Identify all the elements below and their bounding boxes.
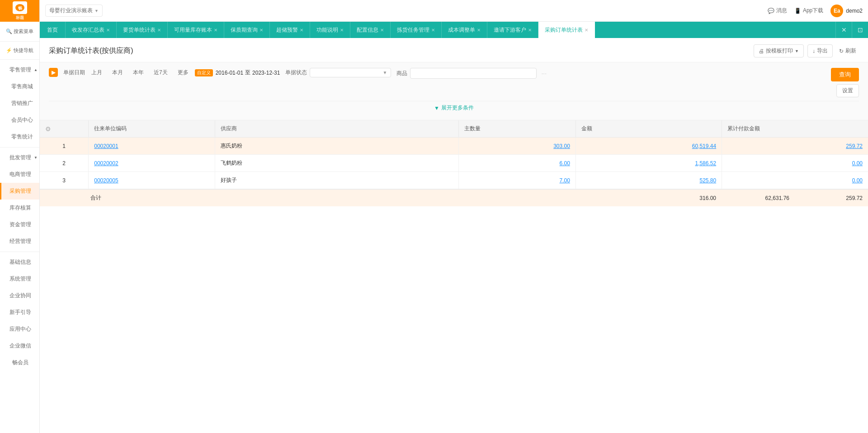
shortcut-last-month[interactable]: 上月 [88,68,106,77]
tab-cost[interactable]: 成本调整单 ✕ [442,22,487,38]
cell-amount[interactable]: 1,586.52 [576,155,722,172]
gear-icon[interactable]: ⚙ [45,125,51,133]
export-button[interactable]: ↓ 导出 [807,44,833,57]
col-header-code: 往来单位编码 [89,120,215,138]
sidebar-item-wholesale[interactable]: 批发管理 ▼ [0,149,39,166]
tab-close-icon[interactable]: ✕ [157,28,161,33]
expand-icon: ▼ [434,105,439,111]
tab-receive[interactable]: 收发存汇总表 ✕ [66,22,117,38]
tab-picking[interactable]: 拣货任务管理 ✕ [391,22,442,38]
sidebar-item-basic[interactable]: 基础信息 [0,254,39,271]
cell-qty[interactable]: 303.00 [459,138,576,155]
tab-close-icon[interactable]: ✕ [380,28,384,33]
tab-close-icon[interactable]: ✕ [528,28,532,33]
shortcut-this-month[interactable]: 本月 [108,68,127,77]
sidebar-item-ops[interactable]: 经营管理 [0,233,39,250]
cell-code[interactable]: 00020002 [89,155,215,172]
tab-close-icon[interactable]: ✕ [300,28,303,33]
footer-label: 合计 [90,194,171,202]
main-area: 母婴行业演示账表 ▼ 💬 消息 📱 App下载 Ea demo2 首页 [40,0,868,433]
filter-main-row: ▶ 单据日期 上月 本月 本年 近7天 更多 自定义 2016-01-01 至 [49,68,859,97]
sidebar-item-retail[interactable]: 零售管理 ▲ [0,62,39,78]
status-select[interactable]: ▼ [310,68,391,77]
tab-home[interactable]: 首页 [40,22,66,38]
tab-maximize-button[interactable]: ⊡ [852,22,868,38]
topbar: 母婴行业演示账表 ▼ 💬 消息 📱 App下载 Ea demo2 [40,0,868,22]
sidebar-item-enterprise[interactable]: 企业协同 [0,287,39,304]
sidebar-item-marketing[interactable]: 营销推广 [0,95,39,112]
cell-qty[interactable]: 6.00 [459,155,576,172]
date-separator: 至 [245,69,250,76]
cell-code[interactable]: 00020005 [89,172,215,189]
sidebar-item-newbie[interactable]: 新手引导 [0,304,39,321]
print-icon: 🖨 [759,48,764,54]
sidebar-item-member[interactable]: 会员中心 [0,112,39,128]
query-button[interactable]: 查询 [831,68,859,81]
status-label: 单据状态 [285,69,307,76]
print-button[interactable]: 🖨 按模板打印 ▼ [754,44,804,57]
tab-expiry[interactable]: 保质期查询 ✕ [224,22,270,38]
app-download-button[interactable]: 📱 App下载 [794,7,823,14]
workspace-dropdown[interactable]: 母婴行业演示账表 ▼ [45,5,103,17]
phone-icon: 📱 [794,8,801,14]
sidebar-item-ecommerce[interactable]: 电商管理 [0,166,39,183]
tab-invite[interactable]: 邀请下游客户 ✕ [487,22,538,38]
goods-input[interactable] [410,68,537,79]
goods-label: 商品 [396,70,407,77]
cell-code[interactable]: 00020001 [89,138,215,155]
sidebar-item-purchase[interactable]: 采购管理 [0,183,39,200]
tab-close-icon[interactable]: ✕ [477,28,481,33]
tab-close-icon[interactable]: ✕ [340,28,344,33]
filter-toggle-button[interactable]: ▶ [49,68,58,77]
sidebar-item-label: 会员中心 [11,116,33,124]
tab-demand[interactable]: 要货单统计表 ✕ [117,22,168,38]
expand-filter-button[interactable]: ▼ 展开更多条件 [49,101,859,114]
tab-close-icon[interactable]: ✕ [431,28,435,33]
data-table: ⚙ 往来单位编码 供应商 主数量 金额 累计付款金额 1 00020001 惠氏… [40,120,868,189]
user-menu[interactable]: Ea demo2 [830,5,863,17]
tab-close-all-button[interactable]: ✕ [835,22,852,38]
shortcut-this-year[interactable]: 本年 [129,68,147,77]
shortcut-more[interactable]: 更多 [174,68,192,77]
tab-close-icon[interactable]: ✕ [106,28,110,33]
tab-guide[interactable]: 功能说明 ✕ [310,22,350,38]
tab-available[interactable]: 可用量库存账本 ✕ [168,22,224,38]
refresh-button[interactable]: ↻ 刷新 [836,45,859,57]
page-title: 采购订单统计表(按供应商) [49,46,133,56]
cell-paid[interactable]: 0.00 [722,172,868,189]
sidebar-shortcut[interactable]: ⚡ 快捷导航 [0,44,39,57]
shortcut-7days[interactable]: 近7天 [150,68,171,77]
logo-icon: 畅 [13,1,27,14]
tab-close-icon[interactable]: ✕ [214,28,217,33]
sidebar-item-finance[interactable]: 资金管理 [0,216,39,233]
message-button[interactable]: 💬 消息 [768,7,787,14]
col-header-qty: 主数量 [459,120,576,138]
tab-purchase-stats[interactable]: 采购订单统计表 ✕ [538,22,595,38]
cell-amount[interactable]: 60,519.44 [576,138,722,155]
sidebar-item-label: 电商管理 [9,171,31,178]
sidebar-item-system[interactable]: 系统管理 [0,271,39,287]
tab-close-icon[interactable]: ✕ [259,28,263,33]
sidebar-item-label: 零售管理 [9,66,31,74]
cell-amount[interactable]: 525.80 [576,172,722,189]
sidebar-item-inventory[interactable]: 库存核算 [0,200,39,216]
sidebar-item-apps[interactable]: 应用中心 [0,321,39,338]
tab-config[interactable]: 配置信息 ✕ [350,22,391,38]
sidebar-item-retail-stats[interactable]: 零售统计 [0,128,39,145]
cell-paid[interactable]: 259.72 [722,138,868,155]
sidebar-item-vip[interactable]: 畅会员 [0,354,39,371]
settings-button[interactable]: 设置 [836,84,859,97]
cell-paid[interactable]: 0.00 [722,155,868,172]
table-row: 3 00020005 好孩子 7.00 525.80 0.00 [40,172,868,189]
tab-close-icon-active[interactable]: ✕ [585,28,588,33]
sidebar-search[interactable]: 🔍 搜索菜单 [0,25,39,38]
sidebar-item-label: 系统管理 [9,275,31,283]
refresh-icon: ↻ [839,48,844,54]
custom-badge: 自定义 [195,69,213,76]
sidebar-item-wechat[interactable]: 企业微信 [0,338,39,354]
export-icon: ↓ [812,48,815,54]
cell-qty[interactable]: 7.00 [459,172,576,189]
tab-overstock[interactable]: 超储预警 ✕ [270,22,310,38]
sidebar-item-retail-shop[interactable]: 零售商城 [0,78,39,95]
sidebar-item-label: 批发管理 [9,154,31,162]
